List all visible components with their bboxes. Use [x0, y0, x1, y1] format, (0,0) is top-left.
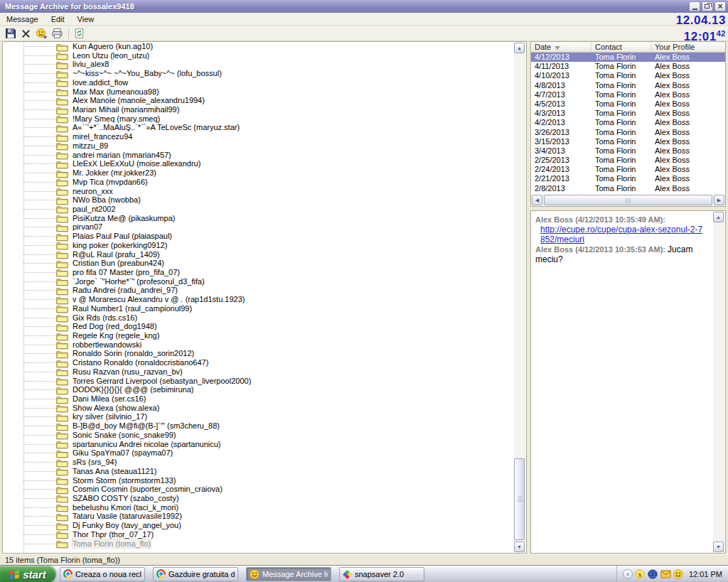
contact-item[interactable]: Tataru Vasile (tataruvasile1992)	[3, 512, 514, 521]
contact-item[interactable]: pirvan07	[3, 222, 514, 232]
contact-item[interactable]: Leon Utzu (leon_utzu)	[3, 51, 514, 60]
contact-item[interactable]: ~^~kiss~^~ ~^~You_Baby~^~ (lofu_bossul)	[3, 69, 514, 78]
scroll-down-button[interactable]: ▼	[713, 541, 724, 552]
contacts-scrollbar[interactable]: ▲ ▼	[514, 43, 525, 552]
print-button[interactable]	[50, 27, 65, 41]
contact-item[interactable]: king poker (pokerking0912)	[3, 241, 514, 250]
contact-item[interactable]: `Jorge` `"Horhe*`" (profesorul_d3_fifa)	[3, 277, 514, 286]
contact-item[interactable]: v @ Morarescu Alexandru v @ . (rap1d1stu…	[3, 295, 514, 304]
taskbar-task-chrome[interactable]: Creaza o noua reclam...	[60, 567, 145, 581]
contact-item[interactable]: kry silver (silvinio_17)	[3, 412, 514, 421]
column-header-date[interactable]: Date	[531, 42, 592, 53]
contact-item[interactable]: Radu Andrei (radu_andrei_97)	[3, 286, 514, 295]
contact-item[interactable]: A«``'+*`..MaAluŞ..`*``»A TeLoveSc (maryu…	[3, 123, 514, 132]
save-button[interactable]	[3, 27, 18, 41]
tray-smiley-icon[interactable]	[673, 569, 684, 580]
contact-item[interactable]: Cosmin Cosmin (suporter_cosmin_craiova)	[3, 485, 514, 494]
contact-item[interactable]: liviu_alex8	[3, 60, 514, 69]
contact-item[interactable]: NWo Bba (nwobba)	[3, 195, 514, 205]
contact-item[interactable]: Sonic Snake (sonic_snake99)	[3, 431, 514, 440]
contact-item[interactable]: paul_nt2002	[3, 205, 514, 214]
contact-item[interactable]: bebelushu Kmori (taci_k_mori)	[3, 503, 514, 512]
scroll-left-button[interactable]: ◀	[532, 195, 542, 205]
contact-item[interactable]: R@uL Raul (prafu_1409)	[3, 250, 514, 259]
contact-item[interactable]: Max Max (lumeanoua98)	[3, 87, 514, 97]
contact-item[interactable]: Cristian Bun (preabun424)	[3, 259, 514, 268]
contact-item[interactable]: B-]B@d_boy M@fi@(B-]`"' (sm3cheru_88)	[3, 421, 514, 431]
emoticon-button[interactable]	[34, 27, 49, 41]
table-row[interactable]: 3/26/2013Toma FlorinAlex Boss	[531, 128, 725, 137]
contact-item[interactable]: PisiKutza Me@ (pikaskumpa)	[3, 214, 514, 223]
scroll-up-button[interactable]: ▲	[713, 212, 724, 222]
contact-item[interactable]: Toma Florin (toma_flo)	[3, 539, 514, 549]
taskbar-task-snapsaver[interactable]: snapsaver 2.0	[339, 567, 424, 581]
contact-item[interactable]: Ronaldo Sorin (ronaldo_sorin2012)	[3, 349, 514, 358]
menu-edit[interactable]: Edit	[45, 14, 71, 25]
contact-item[interactable]: Dj Funky Boy (tavy_angel_you)	[3, 521, 514, 530]
scroll-down-button[interactable]: ▼	[514, 541, 525, 552]
contact-item[interactable]: Storm Storm (stormstorm133)	[3, 476, 514, 485]
table-row[interactable]: 2/25/2013Toma FlorinAlex Boss	[531, 156, 725, 165]
contact-item[interactable]: Marian Mihail (marianmihail99)	[3, 105, 514, 114]
contact-item[interactable]: Rusu Razvan (rusu_razvan_bv)	[3, 367, 514, 377]
tray-mail-icon[interactable]	[660, 569, 671, 580]
table-row[interactable]: 3/15/2013Toma FlorinAlex Boss	[531, 137, 725, 146]
tray-s-badge-icon[interactable]: s	[635, 569, 646, 580]
menu-message[interactable]: Message	[0, 14, 45, 25]
message-scrollbar[interactable]: ▲ ▼	[713, 212, 724, 552]
taskbar-task-smiley[interactable]: Message Archive for ...	[246, 567, 331, 581]
table-row[interactable]: 2/21/2013Toma FlorinAlex Boss	[531, 174, 725, 183]
contact-item[interactable]: Raul Number1 (raul_campionul99)	[3, 304, 514, 313]
close-button[interactable]: ×	[714, 1, 726, 11]
contact-item[interactable]: Red Dog (red_dog1948)	[3, 322, 514, 331]
contact-item[interactable]: Thor Thpr (thor_07_17)	[3, 530, 514, 539]
start-button[interactable]: start	[0, 566, 55, 582]
contact-item[interactable]: Gix Rds (rds.cs16)	[3, 313, 514, 323]
table-row[interactable]: 4/12/2013Toma FlorinAlex Boss	[531, 53, 725, 62]
contact-item[interactable]: Regele Kng (regele_kng)	[3, 331, 514, 340]
contact-item[interactable]: SZABO COSTY (szabo_costy)	[3, 494, 514, 503]
contact-item[interactable]: love.addict_flow	[3, 78, 514, 87]
table-row[interactable]: 4/11/2013Toma FlorinAlex Boss	[531, 62, 725, 71]
table-row[interactable]: 3/4/2013Toma FlorinAlex Boss	[531, 146, 725, 156]
refresh-button[interactable]	[72, 27, 87, 41]
contact-item[interactable]: Cristano Ronaldo (ronaldocristiano647)	[3, 358, 514, 367]
table-hscrollbar[interactable]: ◀ ▶	[532, 195, 724, 205]
minimize-button[interactable]	[689, 1, 700, 11]
contact-item[interactable]: Mr. Jokker (mr.jokker23)	[3, 168, 514, 178]
table-row[interactable]: 4/3/2013Toma FlorinAlex Boss	[531, 109, 725, 118]
contact-item[interactable]: Dani Milea (ser.cs16)	[3, 394, 514, 404]
contact-item[interactable]: mirel_francezu94	[3, 132, 514, 141]
contact-item[interactable]: pro fifa 07 Master (pro_fifa_07)	[3, 268, 514, 277]
table-row[interactable]: 2/8/2013Toma FlorinAlex Boss	[531, 184, 725, 193]
contact-item[interactable]: Tanas Ana (steaua1121)	[3, 467, 514, 476]
table-row[interactable]: 4/5/2013Toma FlorinAlex Boss	[531, 99, 725, 109]
column-header-contact[interactable]: Contact	[592, 42, 651, 53]
contact-item[interactable]: LleExX LleExXuU (moise.allexandru)	[3, 159, 514, 168]
titlebar[interactable]: Message Archive for bossalex9418 ×	[0, 0, 728, 13]
contact-item[interactable]: Kun Aguero (kun.ag10)	[3, 42, 514, 51]
tray-collapse-chevron-icon[interactable]: ‹	[623, 569, 633, 579]
menu-view[interactable]: View	[71, 14, 101, 25]
table-row[interactable]: 4/8/2013Toma FlorinAlex Boss	[531, 81, 725, 90]
table-row[interactable]: 2/24/2013Toma FlorinAlex Boss	[531, 165, 725, 174]
scroll-thumb[interactable]	[514, 458, 525, 540]
scroll-thumb[interactable]	[544, 195, 712, 205]
contact-item[interactable]: Mvp Tica (mvpdan66)	[3, 178, 514, 187]
scroll-right-button[interactable]: ▶	[714, 195, 724, 205]
contact-item[interactable]: sRs (srs_94)	[3, 458, 514, 467]
table-row[interactable]: 4/10/2013Toma FlorinAlex Boss	[531, 71, 725, 80]
contact-item[interactable]: Giku SpaYma07 (spayma07)	[3, 448, 514, 458]
contact-item[interactable]: DODOK}{}{}{}{ @@@ (sebimiruna)	[3, 385, 514, 394]
contact-item[interactable]: robbertlewandowski	[3, 340, 514, 350]
contact-item[interactable]: Alex Manole (manole_alexandru1994)	[3, 96, 514, 105]
delete-button[interactable]	[18, 27, 33, 41]
table-row[interactable]: 4/7/2013Toma FlorinAlex Boss	[531, 90, 725, 99]
restore-button[interactable]	[702, 1, 713, 11]
contact-item[interactable]: mitzzu_89	[3, 141, 514, 151]
contact-item[interactable]: spartanunicu Andrei nicolae (spartanunic…	[3, 440, 514, 449]
tray-globe-icon[interactable]	[648, 569, 658, 580]
message-link[interactable]: http://ecupe.ro/cupe/cupa-alex-sezonul-2…	[540, 225, 704, 244]
contact-item[interactable]: !Mary Smeq (mary.smeq)	[3, 114, 514, 124]
taskbar-task-chrome[interactable]: Gazduire gratuita de ...	[153, 567, 238, 581]
